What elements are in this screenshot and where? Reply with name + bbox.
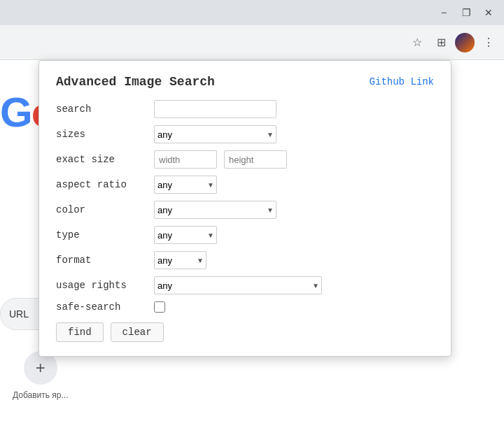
- browser-toolbar: ☆ ⊞ ⋮: [0, 25, 504, 60]
- bookmark-icon[interactable]: ☆: [407, 33, 427, 52]
- format-select-wrapper: any jpg gif png bmp svg webp ico raw ▼: [154, 251, 206, 269]
- safe-search-label: safe-search: [56, 301, 147, 313]
- aspect-ratio-select-wrapper: any tall square wide panoramic ▼: [154, 176, 217, 194]
- profile-avatar[interactable]: [455, 33, 475, 52]
- add-shortcut[interactable]: + Добавить яр...: [13, 351, 69, 400]
- usage-rights-row: usage rights any cc_publicdomain cc_attr…: [56, 276, 434, 294]
- sizes-row: sizes any large medium icon ▼: [56, 125, 434, 143]
- exact-size-label: exact size: [56, 154, 147, 165]
- exact-size-row: exact size: [56, 150, 434, 169]
- usage-rights-label: usage rights: [56, 280, 147, 291]
- github-link[interactable]: Github Link: [370, 76, 434, 87]
- title-bar: − ❐ ✕: [0, 0, 504, 25]
- search-row: search: [56, 100, 434, 118]
- search-label: search: [56, 104, 147, 115]
- minimize-button[interactable]: −: [434, 3, 454, 22]
- restore-button[interactable]: ❐: [456, 3, 476, 22]
- type-select[interactable]: any face photo clipart lineart animated: [154, 226, 217, 244]
- format-row: format any jpg gif png bmp svg webp ico …: [56, 251, 434, 269]
- color-label: color: [56, 204, 147, 215]
- width-input[interactable]: [154, 150, 217, 169]
- popup-header: Advanced Image Search Github Link: [56, 75, 434, 89]
- clear-button[interactable]: clear: [111, 322, 164, 342]
- color-select-wrapper: any colorized grayscale transparent red …: [154, 201, 276, 219]
- type-label: type: [56, 229, 147, 241]
- color-row: color any colorized grayscale transparen…: [56, 201, 434, 219]
- aspect-ratio-row: aspect ratio any tall square wide panora…: [56, 176, 434, 194]
- format-select[interactable]: any jpg gif png bmp svg webp ico raw: [154, 251, 206, 269]
- sizes-label: sizes: [56, 129, 147, 140]
- height-input[interactable]: [224, 150, 287, 169]
- extension-icon[interactable]: ⊞: [431, 33, 451, 52]
- add-shortcut-label: Добавить яр...: [13, 390, 69, 400]
- color-select[interactable]: any colorized grayscale transparent red …: [154, 201, 276, 219]
- type-row: type any face photo clipart lineart anim…: [56, 226, 434, 244]
- content-area: Go Advanced Image Search Github Link sea…: [0, 60, 504, 442]
- sizes-select[interactable]: any large medium icon: [154, 125, 276, 143]
- safe-search-checkbox[interactable]: [154, 301, 165, 313]
- sizes-select-wrapper: any large medium icon ▼: [154, 125, 276, 143]
- logo-g: G: [0, 89, 31, 136]
- advanced-search-popup: Advanced Image Search Github Link search…: [38, 60, 451, 357]
- button-row: find clear: [56, 322, 434, 342]
- format-label: format: [56, 255, 147, 266]
- search-input[interactable]: [154, 100, 276, 118]
- menu-icon[interactable]: ⋮: [479, 33, 498, 52]
- safe-search-row: safe-search: [56, 301, 434, 313]
- find-button[interactable]: find: [56, 322, 104, 342]
- usage-rights-select-wrapper: any cc_publicdomain cc_attribute cc_shar…: [154, 276, 322, 294]
- usage-rights-select[interactable]: any cc_publicdomain cc_attribute cc_shar…: [154, 276, 322, 294]
- close-button[interactable]: ✕: [479, 3, 498, 22]
- aspect-ratio-select[interactable]: any tall square wide panoramic: [154, 176, 217, 194]
- type-select-wrapper: any face photo clipart lineart animated …: [154, 226, 217, 244]
- aspect-ratio-label: aspect ratio: [56, 179, 147, 190]
- popup-title: Advanced Image Search: [56, 75, 215, 89]
